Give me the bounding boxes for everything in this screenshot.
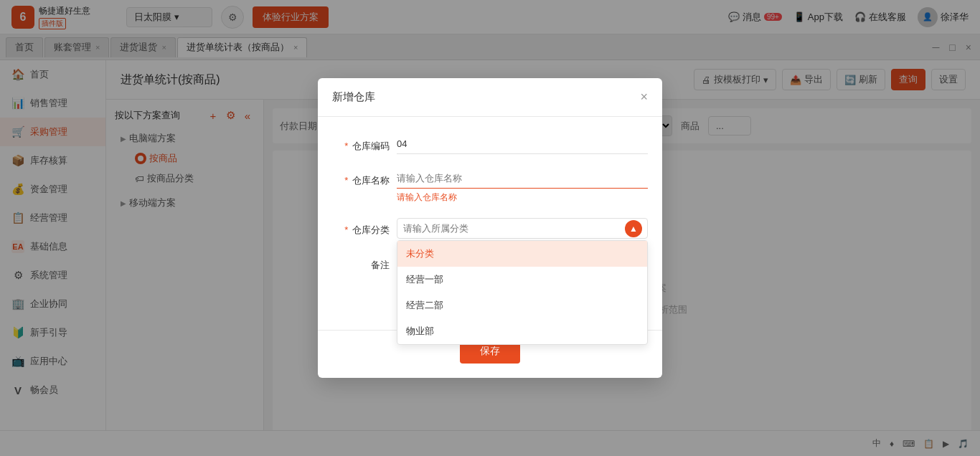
warehouse-category-control: ▲ 未分类 经营一部 经营二部 物业部 bbox=[397, 218, 648, 239]
category-dropdown-icon[interactable]: ▲ bbox=[625, 220, 642, 237]
warehouse-code-control bbox=[397, 134, 648, 154]
dropdown-item-dept2[interactable]: 经营二部 bbox=[397, 293, 647, 318]
required-star: * bbox=[344, 141, 348, 151]
dropdown-item-uncategorized[interactable]: 未分类 bbox=[397, 241, 647, 267]
modal-backdrop: 新增仓库 × * 仓库编码 * 仓库名称 bbox=[0, 0, 980, 456]
warehouse-code-input[interactable] bbox=[397, 134, 648, 154]
required-star-2: * bbox=[344, 175, 348, 186]
warehouse-category-input[interactable] bbox=[397, 218, 648, 239]
warehouse-name-row: * 仓库名称 请输入仓库名称 bbox=[332, 168, 648, 204]
dropdown-item-dept3[interactable]: 物业部 bbox=[397, 318, 647, 344]
warehouse-name-input[interactable] bbox=[397, 168, 648, 189]
warehouse-dialog: 新增仓库 × * 仓库编码 * 仓库名称 bbox=[318, 78, 662, 378]
warehouse-code-label: * 仓库编码 bbox=[332, 134, 390, 153]
required-star-3: * bbox=[344, 224, 348, 235]
warehouse-code-row: * 仓库编码 bbox=[332, 134, 648, 154]
warehouse-category-row: * 仓库分类 ▲ 未分类 经营一部 经营二部 物业部 bbox=[332, 218, 648, 239]
warehouse-note-label: 备注 bbox=[332, 253, 390, 272]
warehouse-name-control: 请输入仓库名称 bbox=[397, 168, 648, 204]
warehouse-name-label: * 仓库名称 bbox=[332, 168, 390, 187]
dropdown-item-dept1[interactable]: 经营一部 bbox=[397, 267, 647, 293]
dialog-title: 新增仓库 bbox=[332, 90, 375, 104]
dialog-body: * 仓库编码 * 仓库名称 请输入仓库名称 bbox=[318, 117, 662, 324]
dialog-header: 新增仓库 × bbox=[318, 78, 662, 117]
warehouse-category-label: * 仓库分类 bbox=[332, 218, 390, 237]
category-dropdown-list: 未分类 经营一部 经营二部 物业部 bbox=[397, 240, 648, 345]
warehouse-name-error: 请输入仓库名称 bbox=[397, 191, 648, 204]
dialog-close-icon[interactable]: × bbox=[640, 90, 648, 105]
